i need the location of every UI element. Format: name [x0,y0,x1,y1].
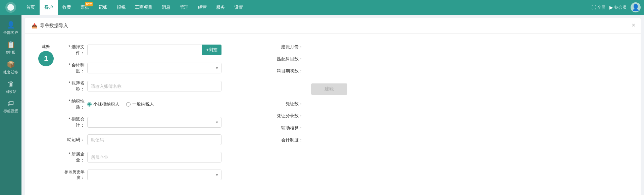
accounting-label: * 会计制度： [60,62,87,74]
sidebar-item-tag-settings[interactable]: 🏷 标签设置 [0,97,21,116]
accounting-month-row: 建账月份： [276,44,383,50]
memo-row: 助记码： [60,134,221,145]
nav-messages[interactable]: 消息 [157,0,175,15]
tax-small-input[interactable] [87,102,92,107]
tag-icon: 🏷 [7,100,14,107]
import-icon: 📥 [32,23,37,28]
nav-right-controls: ⛶ 全屏 ▶ 畅会员 👤 [591,2,641,12]
nav-tickets[interactable]: 票据 new [76,0,94,15]
company-row: * 所属企业： [60,151,221,163]
recycle-icon: 🗑 [7,80,14,88]
nav-fees[interactable]: 收费 [58,0,76,15]
tax-type-row: * 纳税性质： 小规模纳税人 一般纳税人 [60,98,221,110]
file-input[interactable] [87,45,202,55]
import-panel: 📥 导爷数据导入 × 建账 1 * 选择文件： +浏览 [25,18,641,195]
memo-label: 助记码： [60,137,87,143]
nav-clients[interactable]: 客户 [40,0,58,15]
accounting-select[interactable] [87,63,221,73]
accounting-select-wrapper: ▼ [87,63,221,73]
file-row: * 选择文件： +浏览 [60,44,221,56]
accounting-system-label: 会计制度： [276,137,306,143]
assign-row: * 指派会计： ▼ [60,116,221,128]
member-button[interactable]: ▶ 畅会员 [609,5,627,10]
subject-init-label: 科目期初数： [276,68,306,74]
main-content: 📥 导爷数据导入 × 建账 1 * 选择文件： +浏览 [21,15,644,195]
memo-input[interactable] [87,134,221,145]
file-input-group: +浏览 [87,45,221,55]
file-label: * 选择文件： [60,44,87,56]
nav-home[interactable]: 首页 [21,0,40,15]
voucher-entries-row: 凭证分录数： [276,113,383,119]
new-badge: new [85,2,93,6]
form-container: 建账 1 * 选择文件： +浏览 * 会计制度： [25,34,641,195]
panel-title: 导爷数据导入 [40,23,68,29]
browse-button[interactable]: +浏览 [202,45,221,55]
panel-header: 📥 导爷数据导入 [25,18,641,34]
aux-accounting-row: 辅助核算： [276,125,383,131]
nav-settings[interactable]: 设置 [230,0,248,15]
voucher-label: 凭证数： [276,101,306,107]
left-form: * 选择文件： +浏览 * 会计制度： ▼ [60,44,221,187]
sidebar-item-all-clients[interactable]: 👤 全部客户 [0,18,21,38]
step-circle: 1 [38,51,54,66]
subject-init-row: 科目期初数： [276,68,383,74]
migration-icon: 📦 [7,60,15,68]
build-btn-area: 建账 [276,80,383,95]
accounting-row: * 会计制度： ▼ [60,62,221,74]
declaration-icon: 📋 [7,41,15,49]
fullscreen-button[interactable]: ⛶ 全屏 [591,5,605,10]
sidebar-item-zero-declaration[interactable]: 📋 0申报 [0,38,21,58]
accounting-system-row: 会计制度： [276,137,383,143]
tax-general-input[interactable] [126,102,131,107]
build-account-button[interactable]: 建账 [311,83,347,95]
aux-accounting-label: 辅助核算： [276,125,306,131]
match-subject-row: 匹配科目数： [276,56,383,62]
company-label: * 所属企业： [60,151,87,163]
right-panel: 建账月份： 匹配科目数： 科目期初数： 建账 凭证数： [249,44,383,187]
sidebar: 👤 全部客户 📋 0申报 📦 账套迁移 🗑 回收站 🏷 标签设置 [0,15,21,195]
match-subject-label: 匹配科目数： [276,56,306,62]
history-year-select-wrapper: ▼ [87,170,221,180]
voucher-row: 凭证数： [276,101,383,107]
tax-type-label: * 纳税性质： [60,98,87,110]
company-input[interactable] [87,152,221,162]
close-button[interactable]: × [632,22,635,28]
nav-management[interactable]: 管理 [175,0,193,15]
tax-small-radio[interactable]: 小规模纳税人 [87,101,119,107]
nav-business[interactable]: 工商项目 [130,0,157,15]
sidebar-item-recycle[interactable]: 🗑 回收站 [0,77,21,97]
sidebar-item-account-migration[interactable]: 📦 账套迁移 [0,58,21,77]
ledger-name-input[interactable] [87,81,221,91]
tax-type-radio-group: 小规模纳税人 一般纳税人 [87,101,221,107]
app-logo [3,0,18,15]
ledger-name-row: * 账簿名称： [60,80,221,92]
accounting-month-label: 建账月份： [276,44,306,50]
voucher-entries-label: 凭证分录数： [276,113,306,119]
nav-menu: 首页 客户 收费 票据 new 记账 报税 工商项目 消息 管理 经营 [21,0,591,15]
top-navigation: 首页 客户 收费 票据 new 记账 报税 工商项目 消息 管理 经营 [0,0,644,15]
nav-services[interactable]: 服务 [211,0,230,15]
user-avatar[interactable]: 👤 [631,2,641,12]
nav-tax[interactable]: 报税 [112,0,130,15]
history-year-select[interactable] [87,170,221,180]
assign-select[interactable] [87,117,221,128]
history-year-label: 参照历史年度： [60,169,87,181]
step-label: 建账 [42,44,50,50]
assign-label: * 指派会计： [60,116,87,128]
vertical-divider [235,44,235,187]
nav-operations[interactable]: 经营 [193,0,211,15]
nav-bookkeeping[interactable]: 记账 [94,0,112,15]
all-clients-icon: 👤 [7,21,15,29]
assign-select-wrapper: ▼ [87,117,221,128]
ledger-name-label: * 账簿名称： [60,80,87,92]
tax-general-radio[interactable]: 一般纳税人 [126,101,154,107]
history-year-row: 参照历史年度： ▼ [60,169,221,181]
